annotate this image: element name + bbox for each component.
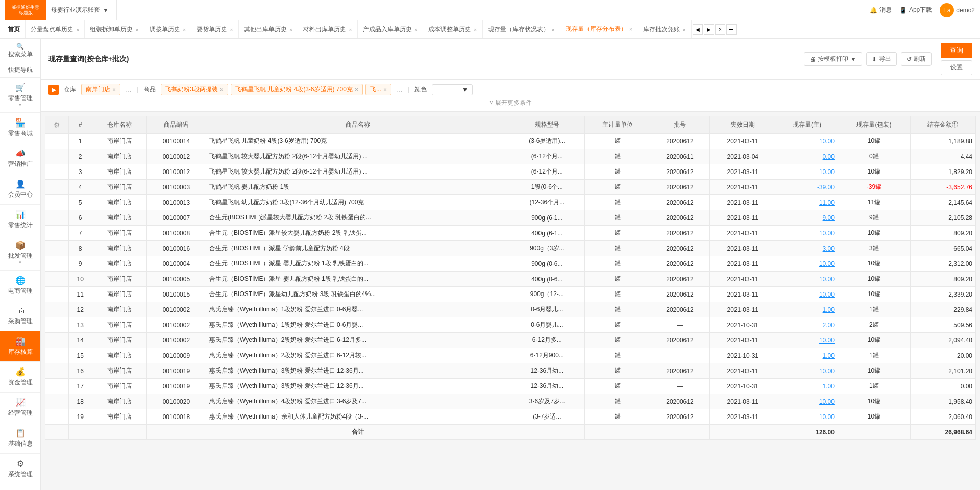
app-download-btn[interactable]: 📱 App下载 (899, 6, 932, 14)
account-selector[interactable]: 母婴行业演示账套 ▼ (46, 0, 117, 20)
sidebar-item-marketing[interactable]: 📣 营销推广 (0, 143, 40, 174)
sidebar-item-operation[interactable]: 📈 经营管理 (0, 393, 40, 423)
tab-close-all-btn[interactable]: × (715, 24, 725, 35)
table-cell[interactable]: 10.00 (776, 256, 838, 272)
expand-more-btn[interactable]: ⊻ 展开更多条件 (489, 99, 532, 107)
tab-home[interactable]: 首页 (3, 20, 26, 39)
table-cell[interactable]: 10.00 (776, 272, 838, 287)
close-icon[interactable]: × (552, 27, 555, 33)
table-cell: 2021-03-11 (709, 226, 776, 241)
table-cell: 00100003 (146, 180, 206, 195)
table-cell[interactable]: 2.00 (776, 317, 838, 333)
settings-btn[interactable]: 设置 (941, 60, 972, 75)
sidebar-item-system[interactable]: ⚙ 系统管理 (0, 454, 40, 484)
sidebar-item-retail-stats[interactable]: 📊 零售统计 (0, 205, 40, 235)
product-more[interactable]: … (397, 86, 403, 93)
close-icon[interactable]: × (629, 26, 632, 32)
table-cell[interactable]: 3.00 (776, 241, 838, 256)
col-qty-main: 现存量(主) (776, 116, 838, 134)
close-icon[interactable]: × (349, 27, 352, 33)
table-cell: 罐 (585, 134, 650, 149)
query-btn[interactable]: 查询 (941, 43, 972, 58)
table-cell[interactable]: 1.00 (776, 302, 838, 317)
sidebar-item-ecommerce[interactable]: 🌐 电商管理 (0, 271, 40, 301)
tab-adjust[interactable]: 调拨单历史 × (144, 20, 191, 39)
sidebar-item-purchase[interactable]: 🛍 采购管理 (0, 301, 40, 331)
tab-disassemble[interactable]: 组装拆卸单历史 × (85, 20, 144, 39)
tab-cost-adjust[interactable]: 成本调整单历史 × (423, 20, 482, 39)
sidebar-item-member[interactable]: 👤 会员中心 (0, 174, 40, 205)
table-cell[interactable]: 11.00 (776, 195, 838, 210)
table-cell: 20200612 (650, 195, 709, 210)
close-icon[interactable]: × (414, 27, 418, 33)
table-cell[interactable]: 10.00 (776, 164, 838, 180)
tab-request[interactable]: 要货单历史 × (191, 20, 238, 39)
tab-material-out[interactable]: 材料出库单历史 × (298, 20, 357, 39)
close-icon[interactable]: × (289, 27, 292, 33)
table-cell[interactable]: 10.00 (776, 134, 838, 149)
sidebar-item-finance[interactable]: 💰 资金管理 (0, 362, 40, 393)
print-btn[interactable]: 🖨 按模板打印 ▼ (804, 52, 862, 66)
product-tag-3[interactable]: 飞... × (365, 84, 391, 95)
tab-inventory-status[interactable]: 现存量（库存状况表） × (483, 20, 560, 39)
close-icon[interactable]: × (135, 27, 138, 33)
message-btn[interactable]: 🔔 消息 (870, 6, 892, 14)
sidebar-item-retail[interactable]: 🛒 零售管理 ▼ (0, 78, 40, 113)
table-cell: 南岸门店 (92, 134, 146, 149)
color-dropdown[interactable]: ▼ (432, 84, 473, 95)
refresh-btn[interactable]: ↺ 刷新 (901, 52, 932, 66)
account-name: 母婴行业演示账套 (51, 6, 100, 14)
table-cell[interactable]: 10.00 (776, 363, 838, 379)
table-cell: 00100005 (146, 272, 206, 287)
tab-other-out[interactable]: 其他出库单历史 × (239, 20, 298, 39)
user-profile[interactable]: Ea demo2 (940, 3, 975, 17)
table-cell[interactable]: 10.00 (776, 409, 838, 425)
sidebar-item-cooperation[interactable]: 🤝 企业协同 (0, 484, 40, 490)
tab-split[interactable]: 分量盘点单历史 × (26, 20, 85, 39)
remove-icon[interactable]: × (112, 86, 116, 93)
table-cell[interactable]: 10.00 (776, 226, 838, 241)
close-icon[interactable]: × (682, 27, 685, 33)
export-btn[interactable]: ⬇ 导出 (866, 52, 897, 66)
sidebar-item-basic[interactable]: 📋 基础信息 (0, 423, 40, 454)
tab-product-in[interactable]: 产成品入库单历史 × (358, 20, 423, 39)
table-cell[interactable]: 1.00 (776, 379, 838, 394)
tab-next-btn[interactable]: ▶ (704, 24, 714, 35)
close-icon[interactable]: × (183, 27, 186, 33)
product-tag-2[interactable]: 飞鹤星飞帆 儿童奶粉 4段(3-6岁适用) 700克 × (231, 84, 363, 95)
tab-batch-voucher[interactable]: 库存批次凭账 × (638, 20, 691, 39)
footer-qty-main: 126.00 (776, 425, 838, 440)
table-cell[interactable]: 0.00 (776, 149, 838, 164)
remove-icon[interactable]: × (383, 86, 387, 93)
table-cell[interactable]: 10.00 (776, 394, 838, 409)
tab-inventory-dist[interactable]: 现存量（库存分布表） × (560, 20, 638, 39)
table-cell (45, 409, 69, 425)
close-icon[interactable]: × (76, 27, 79, 33)
sidebar-item-retail-shop[interactable]: 🏪 零售商城 (0, 113, 40, 143)
product-tag-1[interactable]: 飞鹤奶粉3段两提装 × (161, 84, 228, 95)
col-settings[interactable]: ⚙ (45, 116, 69, 134)
remove-icon[interactable]: × (220, 86, 224, 93)
remove-icon[interactable]: × (355, 86, 358, 93)
table-cell: (3-7岁适... (509, 409, 585, 425)
table-cell: 0罐 (838, 149, 910, 164)
table-cell[interactable]: 10.00 (776, 333, 838, 348)
sidebar-search[interactable]: 🔍 搜索菜单 (0, 39, 40, 63)
close-icon[interactable]: × (474, 27, 477, 33)
tab-prev-btn[interactable]: ◀ (693, 24, 703, 35)
table-cell[interactable]: 1.00 (776, 348, 838, 363)
settings-icon[interactable]: ⚙ (54, 121, 60, 129)
warehouse-tag-1[interactable]: 南岸门店 × (81, 84, 120, 95)
filter-expand-btn[interactable]: ▶ (48, 85, 59, 95)
sidebar-quick-nav[interactable]: 快捷导航 (0, 63, 40, 78)
table-cell[interactable]: -39.00 (776, 180, 838, 195)
table-cell[interactable]: 10.00 (776, 287, 838, 302)
table-cell: 2021-03-11 (709, 287, 776, 302)
tab-menu-btn[interactable]: ☰ (726, 24, 737, 35)
table-cell[interactable]: 9.00 (776, 210, 838, 226)
sidebar-item-inventory[interactable]: 🏭 库存核算 (0, 331, 40, 362)
table-cell: 00100008 (146, 226, 206, 241)
warehouse-more[interactable]: … (126, 86, 132, 93)
close-icon[interactable]: × (230, 27, 233, 33)
sidebar-item-wholesale[interactable]: 📦 批发管理 ▼ (0, 235, 40, 271)
